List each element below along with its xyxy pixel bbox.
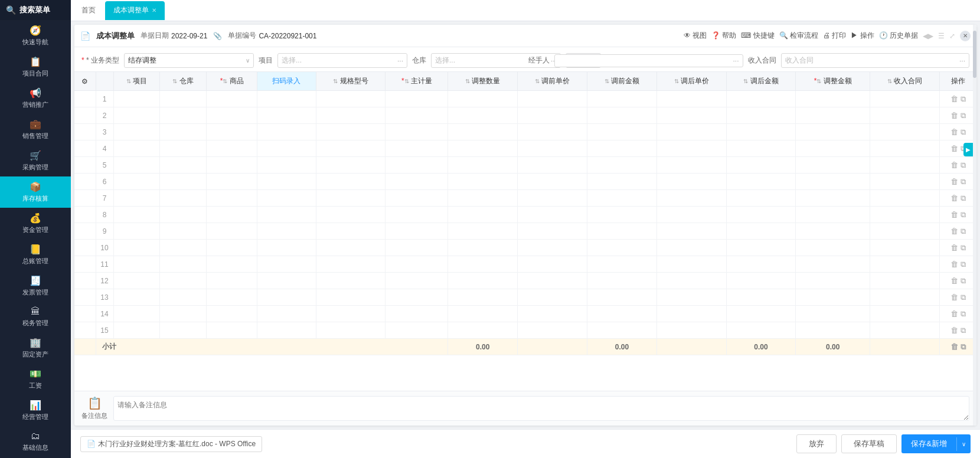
row-adj-amount[interactable]	[796, 306, 870, 322]
row-pre-price[interactable]	[518, 306, 587, 322]
row-project[interactable]	[113, 157, 160, 174]
save-new-main[interactable]: 保存&新增	[901, 435, 956, 453]
row-post-amount[interactable]	[726, 322, 796, 339]
row-warehouse[interactable]	[160, 256, 207, 273]
right-edge-button[interactable]: ▶	[963, 143, 973, 156]
row-warehouse[interactable]	[160, 322, 207, 339]
row-adj-amount[interactable]	[796, 322, 870, 339]
col-adj-amount[interactable]: *⇅ 调整金额	[796, 72, 870, 91]
row-spec[interactable]	[316, 207, 386, 223]
row-post-price[interactable]	[656, 223, 726, 240]
row-post-price[interactable]	[656, 174, 726, 190]
row-delete-icon[interactable]: 🗑	[950, 293, 958, 302]
window-close-button[interactable]: ✕	[960, 31, 971, 41]
row-adj-qty[interactable]	[448, 306, 518, 322]
row-pre-price[interactable]	[518, 273, 587, 289]
row-copy-icon[interactable]: ⧉	[961, 127, 966, 137]
row-spec[interactable]	[316, 322, 386, 339]
row-product[interactable]	[206, 256, 257, 273]
row-unit[interactable]	[386, 91, 448, 107]
row-post-price[interactable]	[656, 322, 726, 339]
row-copy-icon[interactable]: ⧉	[961, 210, 966, 220]
row-adj-qty[interactable]	[448, 207, 518, 223]
row-copy-icon[interactable]: ⧉	[961, 94, 966, 104]
row-spec[interactable]	[316, 306, 386, 322]
sidebar-item-ops-mgmt[interactable]: 📊 经营管理	[0, 395, 71, 426]
col-post-amount[interactable]: ⇅ 调后金额	[726, 72, 796, 91]
row-pre-price[interactable]	[518, 107, 587, 124]
subtotal-copy-icon[interactable]: ⧉	[961, 342, 966, 352]
row-unit[interactable]	[386, 322, 448, 339]
row-scan[interactable]	[257, 322, 316, 339]
row-scan[interactable]	[257, 174, 316, 190]
row-scan[interactable]	[257, 256, 316, 273]
col-unit[interactable]: *⇅ 主计量	[386, 72, 448, 91]
row-income-contract[interactable]	[870, 174, 939, 190]
tab-close-icon[interactable]: ✕	[152, 7, 156, 14]
row-adj-qty[interactable]	[448, 273, 518, 289]
row-scan[interactable]	[257, 289, 316, 306]
row-adj-amount[interactable]	[796, 273, 870, 289]
row-unit[interactable]	[386, 124, 448, 140]
row-income-contract[interactable]	[870, 190, 939, 207]
row-pre-amount[interactable]	[587, 207, 656, 223]
row-adj-amount[interactable]	[796, 107, 870, 124]
row-warehouse[interactable]	[160, 107, 207, 124]
row-warehouse[interactable]	[160, 157, 207, 174]
row-product[interactable]	[206, 289, 257, 306]
col-adj-qty[interactable]: ⇅ 调整数量	[448, 72, 518, 91]
row-pre-price[interactable]	[518, 207, 587, 223]
row-delete-icon[interactable]: 🗑	[950, 276, 958, 286]
row-warehouse[interactable]	[160, 273, 207, 289]
row-delete-icon[interactable]: 🗑	[950, 309, 958, 319]
row-delete-icon[interactable]: 🗑	[950, 243, 958, 253]
row-pre-amount[interactable]	[587, 256, 656, 273]
row-adj-amount[interactable]	[796, 223, 870, 240]
history-action[interactable]: 🕐 历史单据	[879, 31, 918, 41]
row-warehouse[interactable]	[160, 306, 207, 322]
row-warehouse[interactable]	[160, 190, 207, 207]
row-warehouse[interactable]	[160, 91, 207, 107]
row-pre-amount[interactable]	[587, 190, 656, 207]
row-unit[interactable]	[386, 240, 448, 256]
row-project[interactable]	[113, 107, 160, 124]
row-project[interactable]	[113, 91, 160, 107]
row-adj-qty[interactable]	[448, 140, 518, 157]
row-product[interactable]	[206, 322, 257, 339]
sidebar-item-sales-mgmt[interactable]: 💼 销售管理	[0, 114, 71, 145]
sidebar-item-project-contract[interactable]: 📋 项目合同	[0, 51, 71, 83]
row-income-contract[interactable]	[870, 306, 939, 322]
row-post-amount[interactable]	[726, 256, 796, 273]
row-product[interactable]	[206, 107, 257, 124]
row-adj-amount[interactable]	[796, 289, 870, 306]
row-project[interactable]	[113, 124, 160, 140]
row-warehouse[interactable]	[160, 289, 207, 306]
sidebar-item-fixed-assets[interactable]: 🏢 固定资产	[0, 332, 71, 364]
row-copy-icon[interactable]: ⧉	[961, 309, 966, 319]
col-pre-amount[interactable]: ⇅ 调前金额	[587, 72, 656, 91]
row-product[interactable]	[206, 306, 257, 322]
row-scan[interactable]	[257, 124, 316, 140]
row-scan[interactable]	[257, 140, 316, 157]
row-post-price[interactable]	[656, 190, 726, 207]
row-unit[interactable]	[386, 256, 448, 273]
sidebar-item-sales-promo[interactable]: 📢 营销推广	[0, 83, 71, 114]
row-copy-icon[interactable]: ⧉	[961, 326, 966, 335]
row-post-amount[interactable]	[726, 107, 796, 124]
subtotal-delete-icon[interactable]: 🗑	[950, 342, 958, 352]
row-post-price[interactable]	[656, 240, 726, 256]
row-copy-icon[interactable]: ⧉	[961, 161, 966, 170]
row-pre-amount[interactable]	[587, 174, 656, 190]
row-spec[interactable]	[316, 240, 386, 256]
row-product[interactable]	[206, 273, 257, 289]
row-product[interactable]	[206, 207, 257, 223]
row-scan[interactable]	[257, 273, 316, 289]
row-copy-icon[interactable]: ⧉	[961, 260, 966, 269]
row-spec[interactable]	[316, 223, 386, 240]
col-income-contract[interactable]: ⇅ 收入合同	[870, 72, 939, 91]
row-unit[interactable]	[386, 140, 448, 157]
row-pre-price[interactable]	[518, 140, 587, 157]
row-spec[interactable]	[316, 273, 386, 289]
row-adj-amount[interactable]	[796, 91, 870, 107]
row-project[interactable]	[113, 273, 160, 289]
